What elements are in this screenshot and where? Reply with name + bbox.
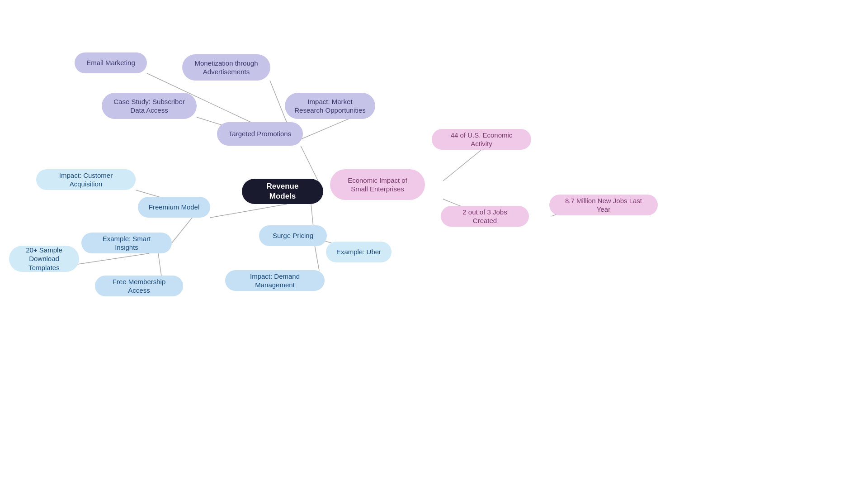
impact-demand-management-node: Impact: Demand Management: [225, 270, 325, 291]
free-membership-access-node: Free Membership Access: [95, 276, 183, 296]
svg-line-11: [75, 253, 149, 265]
case-study-subscriber-node: Case Study: Subscriber Data Access: [102, 93, 197, 119]
8-7-million-node: 8.7 Million New Jobs Last Year: [549, 195, 658, 215]
targeted-promotions-node: Targeted Promotions: [217, 122, 303, 146]
44-percent-node: 44 of U.S. Economic Activity: [432, 129, 531, 150]
svg-line-14: [443, 150, 481, 181]
monetization-node: Monetization through Advertisements: [182, 54, 270, 81]
impact-customer-acquisition-node: Impact: Customer Acquisition: [36, 169, 136, 190]
svg-line-7: [298, 117, 353, 140]
svg-line-2: [311, 204, 313, 227]
economic-impact-node: Economic Impact of Small Enterprises: [330, 169, 425, 200]
2-out-of-3-node: 2 out of 3 Jobs Created: [441, 206, 529, 227]
center-node: Revenue Models: [242, 179, 323, 204]
sample-download-templates-node: 20+ Sample Download Templates: [9, 246, 79, 272]
surge-pricing-node: Surge Pricing: [259, 225, 327, 246]
example-uber-node: Example: Uber: [326, 242, 392, 262]
freemium-model-node: Freemium Model: [138, 197, 210, 218]
email-marketing-node: Email Marketing: [75, 52, 147, 73]
svg-line-9: [172, 215, 194, 243]
svg-line-1: [210, 204, 287, 218]
impact-market-research-node: Impact: Market Research Opportunities: [285, 93, 375, 119]
example-smart-insights-node: Example: Smart Insights: [81, 233, 172, 253]
